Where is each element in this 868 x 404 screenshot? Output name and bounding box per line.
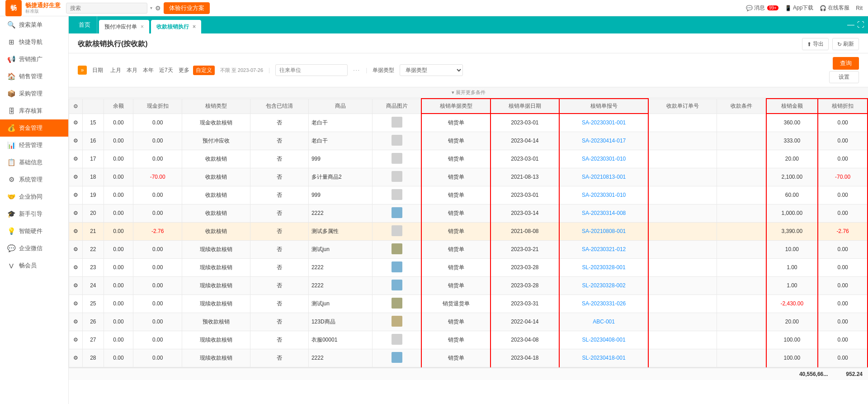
td-cancel-order-no[interactable]: SA-20230301-010 (559, 186, 648, 204)
td-cancel-order-no[interactable]: ABC-001 (559, 313, 648, 331)
sidebar-item-基础信息[interactable]: 📋基础信息 (0, 154, 68, 171)
td-cancel-amount: 3,390.00 (766, 222, 818, 240)
order-type-select[interactable]: 单据类型 (400, 64, 463, 76)
td-cancel-discount: 0.00 (818, 258, 868, 276)
td-cancel-amount: 60.00 (766, 186, 818, 204)
sidebar-icon: 🔍 (7, 21, 15, 29)
td-gear[interactable]: ⚙ (69, 132, 83, 150)
filter-expand-arrow-button[interactable]: » (78, 66, 87, 75)
sidebar-item-系统管理[interactable]: ⚙系统管理 (0, 171, 68, 188)
td-cancel-order-no[interactable]: SA-20230414-017 (559, 132, 648, 150)
tab-close-active-icon[interactable]: × (193, 24, 196, 30)
expand-conditions-button[interactable]: ▾ 展开更多条件 (452, 89, 486, 96)
sidebar-item-快捷导航[interactable]: ⊞快捷导航 (0, 33, 68, 51)
td-included-settled: 否 (250, 331, 308, 349)
top-search-input[interactable] (66, 3, 147, 14)
td-balance: 0.00 (104, 204, 133, 222)
td-gear[interactable]: ⚙ (69, 313, 83, 331)
td-cancel-order-no[interactable]: SA-20210813-001 (559, 168, 648, 186)
td-receipt-condition (717, 204, 766, 222)
app-download-item[interactable]: 📱 App下载 (785, 4, 813, 12)
td-gear[interactable]: ⚙ (69, 150, 83, 168)
td-gear[interactable]: ⚙ (69, 295, 83, 313)
online-service-item[interactable]: 🎧 在线客服 (820, 4, 849, 12)
td-cash-discount: 0.00 (133, 114, 182, 132)
td-cancel-order-no[interactable]: SA-20230331-026 (559, 295, 648, 313)
date-more-btn[interactable]: 更多 (177, 66, 191, 75)
tab-maximize-icon[interactable]: ⛶ (857, 21, 864, 29)
sidebar-item-搜索菜单[interactable]: 🔍搜索菜单 (0, 16, 68, 33)
td-cancel-discount: 0.00 (818, 150, 868, 168)
from-unit-input[interactable] (275, 64, 348, 76)
tab-prepay[interactable]: 预付冲应付单 × (99, 20, 149, 33)
td-cancel-discount: 0.00 (818, 114, 868, 132)
td-receipt-order-no (648, 258, 717, 276)
filter-more-dots[interactable]: ··· (353, 67, 360, 73)
td-cancel-order-no[interactable]: SL-20230418-001 (559, 349, 648, 367)
td-cancel-order-type: 销货退货单 (421, 295, 490, 313)
industry-solution-button[interactable]: 体验行业方案 (164, 2, 210, 14)
table-row: ⚙ 24 0.00 0.00 现续收款核销 否 2222 销货单 2023-03… (69, 276, 868, 295)
tab-close-icon[interactable]: × (141, 24, 144, 30)
sidebar-item-企业微信[interactable]: 💬企业微信 (0, 240, 68, 257)
td-balance: 0.00 (104, 313, 133, 331)
td-gear[interactable]: ⚙ (69, 114, 83, 132)
settings-gear-icon[interactable]: ⚙ (155, 5, 161, 12)
td-cancel-order-no[interactable]: SA-20230301-010 (559, 150, 648, 168)
td-receipt-order-no (648, 313, 717, 331)
td-goods-img (373, 349, 422, 367)
date-custom-btn[interactable]: 自定义 (193, 66, 215, 75)
query-button[interactable]: 查询 (833, 57, 859, 70)
td-gear[interactable]: ⚙ (69, 222, 83, 240)
td-cancel-order-no[interactable]: SA-20210808-001 (559, 222, 648, 240)
date-this-month-btn[interactable]: 本月 (125, 66, 139, 75)
date-this-year-btn[interactable]: 本年 (141, 66, 156, 75)
td-cancel-order-no[interactable]: SL-20230408-001 (559, 331, 648, 349)
sidebar-item-库存核算[interactable]: 🗄库存核算 (0, 102, 68, 119)
sidebar-item-经营管理[interactable]: 📊经营管理 (0, 137, 68, 154)
sidebar-item-资金管理[interactable]: 💰资金管理 (0, 119, 68, 137)
sidebar-item-畅会员[interactable]: V畅会员 (0, 257, 68, 274)
td-cancel-order-no[interactable]: SA-20230301-001 (559, 114, 648, 132)
tab-minimize-icon[interactable]: — (847, 21, 854, 29)
sidebar-item-营销推广[interactable]: 📢营销推广 (0, 51, 68, 68)
td-gear[interactable]: ⚙ (69, 258, 83, 276)
th-balance: 余额 (104, 99, 133, 114)
th-gear[interactable]: ⚙ (69, 99, 83, 114)
date-last-month-btn[interactable]: 上月 (108, 66, 123, 75)
td-cancel-order-no[interactable]: SL-20230328-002 (559, 276, 648, 295)
td-cancel-discount: 0.00 (818, 349, 868, 367)
td-gear[interactable]: ⚙ (69, 331, 83, 349)
td-gear[interactable]: ⚙ (69, 186, 83, 204)
td-cancel-discount: 0.00 (818, 276, 868, 295)
td-cancel-amount: 100.00 (766, 349, 818, 367)
td-cancel-order-no[interactable]: SL-20230328-001 (559, 258, 648, 276)
sidebar-icon: 📋 (7, 158, 15, 166)
sidebar-item-新手引导[interactable]: 🎓新手引导 (0, 205, 68, 223)
td-goods-img (373, 150, 422, 168)
refresh-button[interactable]: ↻ 刷新 (832, 38, 859, 50)
td-gear[interactable]: ⚙ (69, 240, 83, 258)
sidebar-item-企业协同[interactable]: 🤝企业协同 (0, 188, 68, 205)
sidebar-item-销售管理[interactable]: 🏠销售管理 (0, 68, 68, 85)
page-content: 收款核销执行(按收款) ⬆ 导出 ↻ 刷新 » 日期 上月 (69, 33, 868, 404)
td-receipt-condition (717, 132, 766, 150)
date-last-7days-btn[interactable]: 近7天 (157, 66, 175, 75)
tab-receipt-cancel[interactable]: 收款核销执行 × (151, 20, 201, 33)
td-receipt-order-no (648, 114, 717, 132)
messages-item[interactable]: 💬 消息 99+ (746, 4, 778, 12)
td-cancel-order-no[interactable]: SA-20230321-012 (559, 240, 648, 258)
td-gear[interactable]: ⚙ (69, 349, 83, 367)
sidebar-item-采购管理[interactable]: 📦采购管理 (0, 85, 68, 102)
td-included-settled: 否 (250, 114, 308, 132)
tab-home[interactable]: 首页 (72, 16, 97, 33)
td-gear[interactable]: ⚙ (69, 204, 83, 222)
setting-button[interactable]: 设置 (829, 71, 859, 83)
td-receipt-condition (717, 295, 766, 313)
td-cancel-order-no[interactable]: SA-20230314-008 (559, 204, 648, 222)
sidebar-item-智能硬件[interactable]: 💡智能硬件 (0, 223, 68, 240)
td-gear[interactable]: ⚙ (69, 276, 83, 295)
export-button[interactable]: ⬆ 导出 (802, 38, 829, 50)
td-gear[interactable]: ⚙ (69, 168, 83, 186)
td-receipt-condition (717, 258, 766, 276)
